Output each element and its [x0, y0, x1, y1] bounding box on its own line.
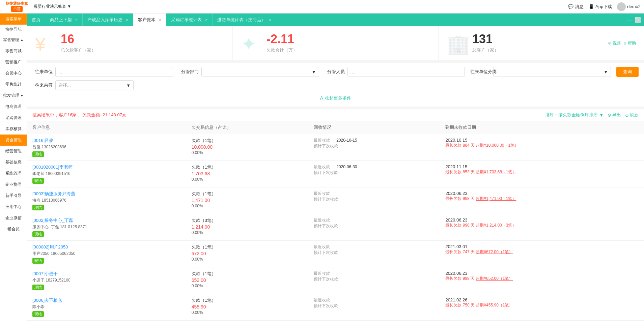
customer-name-0[interactable]: [0016]吕俊 — [32, 138, 181, 144]
logo-sub[interactable]: 示范 — [11, 6, 23, 12]
tab-production-history[interactable]: 产成品入库单历史 × — [83, 13, 133, 26]
sidebar-item-retail-stats[interactable]: 零售统计 — [0, 79, 27, 90]
tab-customer-account[interactable]: 客户账本 × — [133, 13, 166, 26]
debt-count-3: 欠款（3笔） — [192, 217, 303, 224]
tab-home[interactable]: 首页 — [27, 13, 45, 26]
sidebar-item-guide[interactable]: 新手引导 — [0, 190, 27, 201]
table-header: 客户信息 欠交易信息（占比） 回收情况 到期未收款日期 — [27, 121, 644, 134]
sidebar-item-member-center[interactable]: 会员中心 — [0, 68, 27, 79]
cell-debt-info-4: 欠款（1笔） 672.00 0.00% — [186, 241, 308, 267]
cell-customer-info-4: [000002]用户2050 用户2050 18665062050 现结 — [27, 241, 186, 267]
stat-number-debt-total: -2.11 — [267, 33, 297, 45]
stat-number-total-customers: 131 — [472, 33, 499, 45]
debt-amount-2: 1,471.00 — [192, 198, 303, 203]
sidebar-item-members[interactable]: 畅会员 — [0, 224, 27, 235]
filter-select-category[interactable]: ▼ — [493, 67, 611, 77]
filter-item-dept: 分管部门 ▼ — [178, 67, 319, 77]
tab-product-listing[interactable]: 商品上下架 × — [45, 13, 83, 26]
logo-area: 畅捷通好生意 示范 — [3, 1, 30, 11]
customer-name-2[interactable]: [0003]畅捷服务尹海燕 — [32, 191, 181, 197]
overdue-link-5[interactable]: 超期¥652.00（1笔） — [476, 276, 513, 281]
collection-next-0: 预计下次收款 — [314, 143, 435, 149]
tab-close-icon[interactable]: × — [269, 18, 271, 22]
overdue-link-6[interactable]: 超期¥455.90（1笔） — [476, 303, 513, 307]
sidebar-item-system[interactable]: 系统管理 — [0, 168, 27, 179]
cell-overdue-7: 2020.12.30 最长欠款 808 天 超期¥429.00（1笔） — [440, 321, 644, 324]
debt-amount-1: 1,703.68 — [192, 171, 303, 176]
customer-name-5[interactable]: [0007]小进干 — [32, 271, 181, 277]
collapse-button[interactable]: ⋀ 收起更多条件 — [32, 94, 639, 102]
col-collection: 回收情况 — [308, 121, 440, 134]
collection-label-1: 最近收款 2020-06-30 — [314, 164, 435, 170]
app-download-button[interactable]: 📱 App下载 — [589, 4, 612, 10]
filter-input-person[interactable]: ... — [347, 67, 465, 77]
overdue-link-1[interactable]: 超期¥1,703.68（1笔） — [476, 170, 516, 174]
customer-name-4[interactable]: [000002]用户2050 — [32, 244, 181, 250]
app-icon: 📱 — [589, 4, 594, 9]
help-action[interactable]: ⊙ 帮助 — [623, 40, 636, 46]
overdue-date-0: 2020.10.15 — [445, 138, 639, 143]
refresh-button[interactable]: ⊙ 刷新 — [625, 112, 639, 118]
export-button[interactable]: ⊙ 导出 — [608, 112, 621, 118]
sidebar-item-inventory[interactable]: 库存核算 — [0, 123, 27, 135]
cell-collection-6: 最近收款 预计下次收款 — [308, 294, 440, 321]
tab-purchase-product-stats[interactable]: 进货单统计表（按商品） × — [213, 13, 276, 26]
filter-select-balance[interactable]: 选择... ▼ — [55, 80, 134, 90]
overdue-link-3[interactable]: 超期¥1,214.00（3笔） — [476, 223, 516, 228]
sidebar-item-purchase[interactable]: 采购管理 — [0, 112, 27, 123]
message-button[interactable]: 💬 消息 — [568, 4, 584, 10]
stat-label-debt-customers: 总欠款客户（家） — [61, 47, 96, 53]
tab-close-icon[interactable]: × — [75, 18, 78, 22]
collection-label-5: 最近收款 — [314, 271, 435, 276]
sidebar-item-marketing[interactable]: 营销推广 — [0, 57, 27, 68]
collection-next-6: 预计下次收款 — [314, 303, 435, 309]
tab-close-icon[interactable]: × — [126, 18, 128, 22]
sidebar-item-operations[interactable]: 经营管理 — [0, 146, 27, 157]
sidebar-item-ecommerce[interactable]: 电商管理 — [0, 101, 27, 112]
filter-select-dept[interactable]: ▼ — [201, 67, 319, 77]
sidebar-item-basic-info[interactable]: 基础信息 — [0, 157, 27, 168]
tab-close-icon[interactable]: × — [159, 18, 161, 22]
sidebar-item-wechat[interactable]: 企业微信 — [0, 212, 27, 224]
overdue-days-5: 最长欠款 998 天 — [445, 276, 476, 281]
overdue-link-2[interactable]: 超期¥1,471.00（1笔） — [476, 196, 516, 201]
sidebar-item-wholesale-mgmt[interactable]: 批发管理 ▼ — [0, 90, 27, 101]
sidebar-search[interactable]: 搜索菜单 — [0, 13, 27, 25]
cell-debt-info-3: 欠款（3笔） 1,214.00 0.00% — [186, 214, 308, 241]
sidebar-item-quick-nav[interactable]: 快捷导航 — [0, 25, 27, 34]
sidebar-item-retail-mgmt[interactable]: 零售管理 ▲ — [0, 34, 27, 46]
overdue-link-0[interactable]: 超期¥10,000.00（1笔） — [476, 143, 519, 148]
sidebar-item-finance[interactable]: 资金管理 — [0, 135, 27, 146]
debt-count-2: 欠款（1笔） — [192, 191, 303, 197]
overdue-days-2: 最长欠款 998 天 — [445, 196, 476, 201]
sort-selector[interactable]: 排序：按欠款金额倒序排序 ▼ — [545, 112, 604, 118]
top-bar: 畅捷通好生意 示范 母婴行业演示账套 ▼ 💬 消息 📱 App下载 demo2 — [0, 0, 644, 13]
collection-label-0: 最近收款 2020-10-15 — [314, 138, 435, 143]
overdue-info-2: 最长欠款 998 天 超期¥1,471.00（1笔） — [445, 196, 639, 202]
store-selector[interactable]: 母婴行业演示账套 ▼ — [30, 4, 568, 9]
search-button[interactable]: 查询 — [616, 67, 639, 77]
customer-name-3[interactable]: [0002]服务中心_丁磊 — [32, 217, 181, 224]
customer-tag-1: 现结 — [32, 178, 44, 184]
sidebar-item-apps[interactable]: 应用中心 — [0, 201, 27, 212]
table-row: [0001020001]李老师 李老师 18600391516 现结 欠款（1笔… — [27, 161, 644, 187]
sidebar-item-retail-mall[interactable]: 零售商城 — [0, 46, 27, 57]
cell-collection-0: 最近收款 2020-10-15 预计下次收款 — [308, 134, 440, 161]
cell-customer-info-5: [0007]小进干 小进干 18279152100 现结 — [27, 267, 186, 294]
overdue-days-6: 最长欠款 750 天 — [445, 303, 476, 307]
cell-debt-info-0: 欠款（1笔） 10,000.00 0.00% — [186, 134, 308, 161]
overdue-link-4[interactable]: 超期¥672.00（1笔） — [476, 249, 513, 254]
tab-close-icon[interactable]: × — [205, 18, 207, 22]
customer-name-6[interactable]: [0006]去下粮仓 — [32, 297, 181, 303]
user-avatar[interactable]: demo2 — [617, 2, 641, 11]
filter-input-unit[interactable]: ... — [55, 67, 173, 77]
customer-name-1[interactable]: [0001020001]李老师 — [32, 164, 181, 170]
tab-minimize-icon[interactable]: — — [626, 17, 632, 23]
sidebar-item-enterprise[interactable]: 企业协同 — [0, 179, 27, 190]
video-action[interactable]: ⊙ 视频 — [608, 40, 620, 46]
overdue-info-4: 最长欠款 747 天 超期¥672.00（1笔） — [445, 249, 639, 255]
overdue-days-4: 最长欠款 747 天 — [445, 249, 476, 254]
cell-debt-info-5: 欠款（1笔） 652.00 0.00% — [186, 267, 308, 294]
tab-purchase-stats[interactable]: 采购订单统计表 × — [166, 13, 213, 26]
tab-maximize-icon[interactable]: ⬜ — [635, 17, 641, 23]
